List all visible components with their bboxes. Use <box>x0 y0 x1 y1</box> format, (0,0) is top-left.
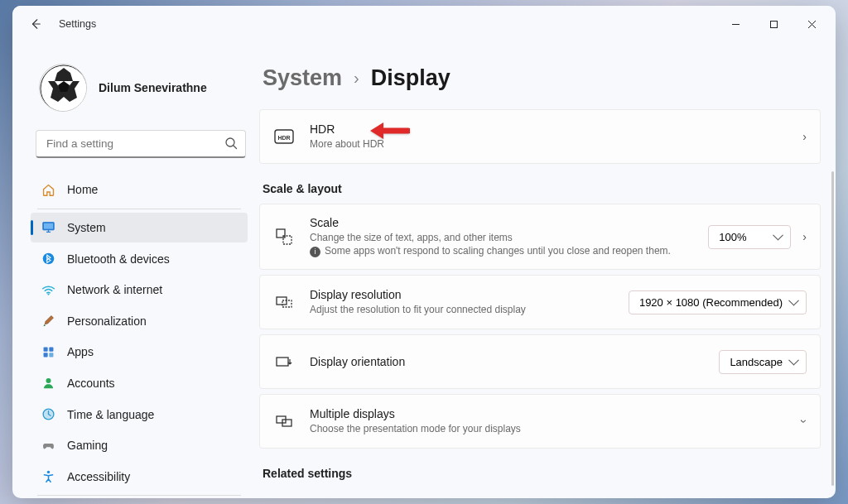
avatar <box>39 64 87 112</box>
sidebar-item-home[interactable]: Home <box>31 175 248 205</box>
nav-label: Time & language <box>67 408 154 421</box>
orientation-select[interactable]: Landscape <box>719 350 807 374</box>
person-icon <box>41 376 55 391</box>
hdr-card[interactable]: HDR HDR More about HDR › <box>259 109 821 164</box>
svg-text:HDR: HDR <box>277 135 290 141</box>
nav-label: Personalization <box>67 314 147 328</box>
scrollbar[interactable] <box>831 171 834 486</box>
clock-icon <box>41 407 55 422</box>
sidebar: Dilum Senevirathne Home System <box>12 42 259 498</box>
apps-icon <box>41 344 55 359</box>
svg-point-14 <box>43 409 54 420</box>
nav-label: Gaming <box>67 439 108 452</box>
nav-label: System <box>67 221 106 234</box>
gamepad-icon <box>41 438 55 453</box>
resolution-icon <box>273 291 295 313</box>
nav-label: Bluetooth & devices <box>67 252 170 266</box>
wifi-icon <box>41 282 55 297</box>
search-container <box>36 130 246 158</box>
resolution-select[interactable]: 1920 × 1080 (Recommended) <box>629 290 807 314</box>
multiple-displays-card[interactable]: Multiple displays Choose the presentatio… <box>259 394 821 449</box>
card-title: Display resolution <box>310 288 629 301</box>
chevron-right-icon: › <box>802 130 807 143</box>
back-button[interactable] <box>24 12 47 36</box>
window-title: Settings <box>59 18 96 30</box>
svg-point-3 <box>226 138 234 146</box>
chevron-right-icon: › <box>354 69 359 88</box>
card-title: Multiple displays <box>310 407 802 420</box>
titlebar: Settings <box>12 6 836 42</box>
orientation-icon <box>273 351 295 372</box>
sidebar-item-accessibility[interactable]: Accessibility <box>31 461 248 492</box>
svg-rect-8 <box>43 347 47 351</box>
hdr-icon: HDR <box>273 126 295 147</box>
settings-window: Settings Dilum Senevirathne <box>12 6 836 498</box>
svg-rect-0 <box>770 21 777 27</box>
nav: Home System Bluetooth & devices Network … <box>31 175 251 498</box>
breadcrumb-parent[interactable]: System <box>263 65 342 91</box>
sidebar-item-gaming[interactable]: Gaming <box>31 430 248 461</box>
svg-rect-9 <box>49 347 53 351</box>
profile[interactable]: Dilum Senevirathne <box>31 59 251 127</box>
svg-rect-5 <box>43 223 52 229</box>
svg-point-7 <box>47 293 49 295</box>
svg-rect-22 <box>277 358 288 366</box>
nav-label: Apps <box>67 345 94 358</box>
card-title: Display orientation <box>310 355 719 368</box>
section-header-related: Related settings <box>263 467 821 480</box>
minimize-button[interactable] <box>716 11 754 37</box>
brush-icon <box>41 314 55 329</box>
section-header-scale: Scale & layout <box>263 182 821 195</box>
svg-rect-11 <box>49 353 53 357</box>
system-icon <box>41 220 55 235</box>
sidebar-item-bluetooth[interactable]: Bluetooth & devices <box>31 243 248 274</box>
chevron-down-icon: › <box>798 420 812 424</box>
chevron-right-icon: › <box>802 230 807 243</box>
scale-card[interactable]: Scale Change the size of text, apps, and… <box>259 204 821 270</box>
search-input[interactable] <box>36 130 246 158</box>
card-title: Scale <box>310 216 708 229</box>
multiple-displays-icon <box>273 410 295 432</box>
card-subtitle: Choose the presentation mode for your di… <box>310 422 802 435</box>
maximize-button[interactable] <box>754 11 793 37</box>
svg-point-12 <box>46 378 51 383</box>
sidebar-item-network[interactable]: Network & internet <box>31 275 248 305</box>
sidebar-item-apps[interactable]: Apps <box>31 337 248 367</box>
scale-select[interactable]: 100% <box>708 225 791 249</box>
scale-icon <box>273 226 295 247</box>
nav-divider <box>37 209 241 209</box>
nav-label: Accessibility <box>67 470 130 483</box>
main-content: System › Display HDR HDR More about HDR … <box>259 42 836 498</box>
sidebar-item-accounts[interactable]: Accounts <box>31 368 248 399</box>
nav-label: Accounts <box>67 377 115 390</box>
sidebar-item-personalization[interactable]: Personalization <box>31 305 248 336</box>
sidebar-item-time[interactable]: Time & language <box>31 399 248 430</box>
username: Dilum Senevirathne <box>99 81 207 94</box>
card-subtitle: More about HDR <box>310 137 802 151</box>
orientation-card[interactable]: Display orientation Landscape <box>259 334 821 389</box>
card-subtitle: Adjust the resolution to fit your connec… <box>310 303 629 316</box>
svg-rect-20 <box>277 297 287 305</box>
svg-point-15 <box>46 471 49 473</box>
info-icon: i <box>310 247 320 257</box>
nav-label: Network & internet <box>67 283 162 296</box>
search-icon <box>224 137 238 153</box>
svg-rect-10 <box>43 353 47 357</box>
page-title: Display <box>371 65 450 91</box>
sidebar-item-system[interactable]: System <box>31 213 248 243</box>
nav-divider <box>37 495 241 496</box>
breadcrumb: System › Display <box>259 65 821 91</box>
accessibility-icon <box>41 469 55 484</box>
card-warning: Some apps won't respond to scaling chang… <box>325 245 671 257</box>
card-subtitle: Change the size of text, apps, and other… <box>310 232 513 243</box>
card-title: HDR <box>310 122 802 136</box>
home-icon <box>41 182 55 197</box>
nav-label: Home <box>67 183 98 196</box>
bluetooth-icon <box>41 252 55 266</box>
resolution-card[interactable]: Display resolution Adjust the resolution… <box>259 275 821 329</box>
close-button[interactable] <box>793 11 831 37</box>
window-controls <box>716 11 831 37</box>
